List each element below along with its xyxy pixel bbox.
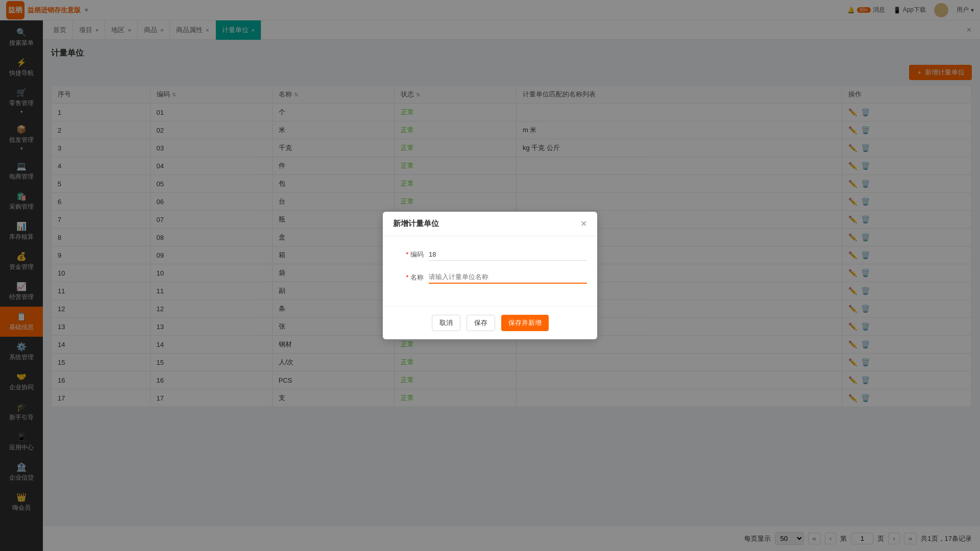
code-input[interactable]: [429, 248, 587, 261]
name-input[interactable]: [429, 271, 587, 284]
modal-header: 新增计量单位 ✕: [383, 212, 597, 236]
form-label-code: 编码: [393, 250, 424, 259]
modal-title: 新增计量单位: [393, 219, 439, 229]
add-unit-modal: 新增计量单位 ✕ 编码 名称 取消 保存 保存并新增: [383, 212, 597, 339]
modal-close-btn[interactable]: ✕: [580, 219, 587, 229]
cancel-button[interactable]: 取消: [432, 315, 460, 331]
modal-body: 编码 名称: [383, 236, 597, 306]
form-row-code: 编码: [393, 248, 587, 261]
save-and-new-button[interactable]: 保存并新增: [501, 315, 549, 331]
form-label-name: 名称: [393, 273, 424, 282]
modal-footer: 取消 保存 保存并新增: [383, 306, 597, 339]
modal-overlay: 新增计量单位 ✕ 编码 名称 取消 保存 保存并新增: [0, 0, 980, 551]
form-row-name: 名称: [393, 271, 587, 284]
save-button[interactable]: 保存: [467, 315, 495, 331]
